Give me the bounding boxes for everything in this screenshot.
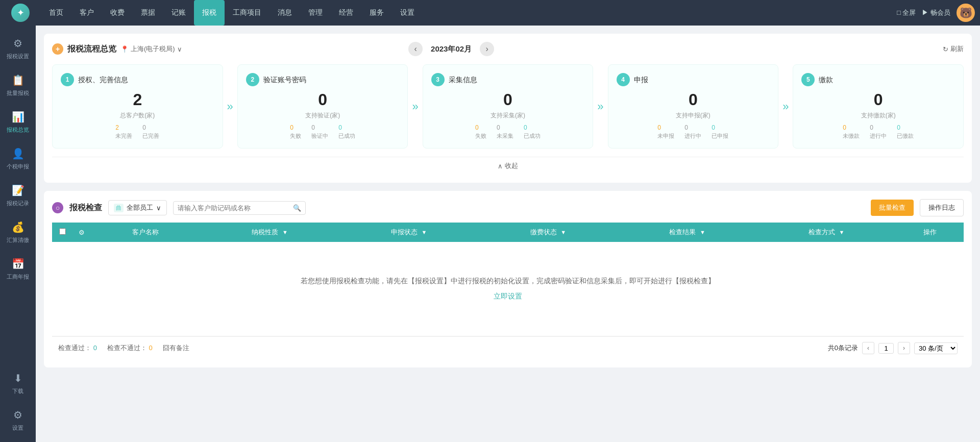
sidebar-item-download[interactable]: ⬇ 下载 bbox=[0, 365, 36, 400]
collapse-chevron: ∧ bbox=[498, 162, 503, 170]
pass-count[interactable]: 0 bbox=[93, 344, 97, 352]
note-label: 囧有备注 bbox=[163, 343, 189, 353]
stat-1-1-value: 2 bbox=[115, 124, 132, 131]
location-label: 上海(电子税局) bbox=[131, 44, 175, 54]
nav-fee[interactable]: 收费 bbox=[102, 0, 133, 26]
flow-card-4-stats: 0 未申报 0 进行中 0 已申报 bbox=[617, 124, 770, 140]
stat-2-3-label: 已成功 bbox=[338, 132, 355, 140]
stat-3-1: 0 失败 bbox=[475, 124, 486, 140]
flow-card-3-subtitle: 支持采集(家) bbox=[431, 111, 585, 120]
prev-month-btn[interactable]: ‹ bbox=[408, 42, 423, 56]
flow-card-2-subtitle: 支持验证(家) bbox=[246, 111, 400, 120]
operation-log-button[interactable]: 操作日志 bbox=[920, 199, 964, 216]
collapse-bar[interactable]: ∧ 收起 bbox=[52, 157, 964, 175]
flow-card-2: 2 验证账号密码 0 支持验证(家) 0 失败 0 验证中 bbox=[237, 64, 408, 149]
overview-title: 报税流程总览 bbox=[67, 44, 116, 55]
logo[interactable]: ✦ bbox=[5, 0, 36, 26]
filter-check-method-icon[interactable]: ▼ bbox=[839, 229, 845, 235]
fullscreen-btn[interactable]: □ 全屏 bbox=[897, 8, 916, 17]
col-checkbox bbox=[52, 223, 72, 242]
flow-card-2-count: 0 bbox=[246, 90, 400, 109]
nav-accounting[interactable]: 记账 bbox=[163, 0, 194, 26]
bottom-settings-icon: ⚙ bbox=[11, 408, 25, 422]
check-card: ○ 报税检查 曲 全部员工 ∨ 🔍 批量检查 操作日志 bbox=[44, 191, 972, 367]
stat-2-1-label: 失败 bbox=[290, 132, 301, 140]
flow-card-5-title: 缴款 bbox=[819, 73, 833, 86]
nav-operation[interactable]: 经营 bbox=[331, 0, 361, 26]
setting-icon[interactable]: ⚙ bbox=[79, 229, 85, 236]
stat-2-1: 0 失败 bbox=[290, 124, 301, 140]
stat-2-2-value: 0 bbox=[311, 124, 328, 131]
member-btn[interactable]: ▶ 畅会员 bbox=[922, 8, 950, 17]
flow-card-1-stats: 2 未完善 0 已完善 bbox=[61, 124, 214, 140]
nav-message[interactable]: 消息 bbox=[270, 0, 300, 26]
sidebar-item-batch-tax[interactable]: 📋 批量报税 bbox=[0, 67, 36, 102]
stat-5-1: 0 未缴款 bbox=[843, 124, 860, 140]
staff-select[interactable]: 曲 全部员工 ∨ bbox=[108, 200, 167, 215]
batch-check-button[interactable]: 批量检查 bbox=[871, 200, 914, 216]
stat-3-1-value: 0 bbox=[475, 124, 486, 131]
step-badge-2: 2 bbox=[246, 73, 259, 86]
sidebar-item-bottom-settings[interactable]: ⚙ 设置 bbox=[0, 402, 36, 437]
nav-settings[interactable]: 设置 bbox=[392, 0, 423, 26]
filter-pay-status-icon[interactable]: ▼ bbox=[560, 229, 566, 235]
search-icon[interactable]: 🔍 bbox=[293, 204, 301, 212]
next-month-btn[interactable]: › bbox=[480, 42, 494, 56]
flow-card-5: 5 缴款 0 支持缴款(家) 0 未缴款 0 进行中 bbox=[793, 64, 964, 149]
sidebar-item-settlement[interactable]: 💰 汇算清缴 bbox=[0, 214, 36, 249]
stat-5-1-value: 0 bbox=[843, 124, 860, 131]
filter-report-status-icon[interactable]: ▼ bbox=[422, 229, 427, 235]
check-icon: ○ bbox=[52, 202, 63, 213]
nav-service[interactable]: 服务 bbox=[361, 0, 392, 26]
setup-link[interactable]: 立即设置 bbox=[66, 292, 949, 301]
nav-manage[interactable]: 管理 bbox=[300, 0, 331, 26]
nav-tax[interactable]: 报税 bbox=[194, 0, 225, 26]
annual-report-icon: 📅 bbox=[11, 257, 25, 271]
select-all-checkbox[interactable] bbox=[59, 228, 66, 235]
sidebar-item-tax-record[interactable]: 📝 报税记录 bbox=[0, 178, 36, 212]
stat-1-1-label: 未完善 bbox=[115, 132, 132, 140]
sidebar-bottom: ⬇ 下载 ⚙ 设置 bbox=[0, 365, 36, 442]
staff-select-label: 全部员工 bbox=[127, 203, 153, 212]
flow-card-1-subtitle: 总客户数(家) bbox=[61, 111, 214, 120]
user-avatar[interactable]: 🐻 bbox=[957, 4, 975, 22]
stat-3-2-value: 0 bbox=[497, 124, 513, 131]
prev-page-btn[interactable]: ‹ bbox=[862, 342, 874, 354]
stat-3-3-label: 已成功 bbox=[524, 132, 541, 140]
fail-count[interactable]: 0 bbox=[149, 344, 152, 352]
flow-card-4-count: 0 bbox=[617, 90, 770, 109]
sidebar-label-download: 下载 bbox=[12, 387, 23, 395]
nav-business[interactable]: 工商项目 bbox=[225, 0, 270, 26]
filter-tax-nature-icon[interactable]: ▼ bbox=[282, 229, 288, 235]
step-badge-3: 3 bbox=[431, 73, 445, 86]
sidebar-item-annual-report[interactable]: 📅 工商年报 bbox=[0, 251, 36, 286]
stat-5-3: 0 已缴款 bbox=[897, 124, 914, 140]
settlement-icon: 💰 bbox=[11, 220, 25, 234]
arrow-4: » bbox=[778, 100, 793, 113]
nav-customer[interactable]: 客户 bbox=[71, 0, 102, 26]
empty-row: 若您想使用报税检查功能，请先在【报税设置】中进行报税的初始化设置，完成密码验证和… bbox=[52, 242, 964, 336]
sidebar-item-personal-tax[interactable]: 👤 个税申报 bbox=[0, 141, 36, 176]
flow-card-3-title: 采集信息 bbox=[449, 73, 477, 86]
personal-tax-icon: 👤 bbox=[11, 146, 25, 161]
stat-4-2-label: 进行中 bbox=[684, 132, 701, 140]
nav-invoice[interactable]: 票据 bbox=[133, 0, 163, 26]
total-records: 共0条记录 bbox=[828, 343, 858, 353]
sidebar-item-tax-settings[interactable]: ⚙ 报税设置 bbox=[0, 31, 36, 65]
stat-4-2-value: 0 bbox=[684, 124, 701, 131]
stat-5-1-label: 未缴款 bbox=[843, 132, 860, 140]
per-page-select[interactable]: 30 条/页 50 条/页 100 条/页 bbox=[914, 342, 958, 354]
nav-home[interactable]: 首页 bbox=[41, 0, 71, 26]
page-number-input[interactable] bbox=[878, 343, 894, 354]
sidebar-item-tax-overview[interactable]: 📊 报税总览 bbox=[0, 104, 36, 139]
filter-check-result-icon[interactable]: ▼ bbox=[700, 229, 705, 235]
refresh-btn[interactable]: ↻ 刷新 bbox=[943, 44, 964, 54]
top-nav: ✦ 首页 客户 收费 票据 记账 报税 工商项目 消息 管理 经营 服务 设置 … bbox=[0, 0, 980, 26]
next-page-btn[interactable]: › bbox=[898, 342, 910, 354]
check-table: ⚙ 客户名称 纳税性质 ▼ 申报状态 ▼ bbox=[52, 223, 964, 336]
location-badge[interactable]: 📍 上海(电子税局) ∨ bbox=[120, 44, 182, 54]
flow-card-4-header: 4 申报 bbox=[617, 73, 770, 86]
search-input[interactable] bbox=[178, 204, 290, 212]
empty-cell: 若您想使用报税检查功能，请先在【报税设置】中进行报税的初始化设置，完成密码验证和… bbox=[52, 242, 964, 336]
flow-card-4: 4 申报 0 支持申报(家) 0 未申报 0 进行中 bbox=[608, 64, 779, 149]
